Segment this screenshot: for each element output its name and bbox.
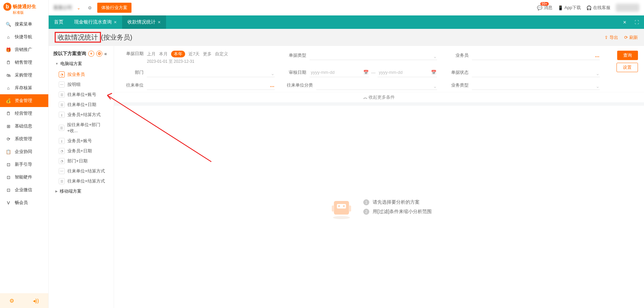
tab-2[interactable]: 收款情况统计✕ [122, 15, 166, 29]
caret-icon: ▼ [55, 62, 58, 65]
quick-date-2[interactable]: 本年 [171, 51, 185, 57]
query-item[interactable]: 〰往来单位+结算方式 [53, 166, 110, 176]
query-item-icon: ☰ [59, 125, 64, 131]
svg-rect-7 [332, 205, 334, 211]
bill-type-label: 单据类型 [283, 52, 306, 58]
nav-item-0[interactable]: 🔍搜索菜单 [0, 18, 48, 31]
query-item-icon: ⫿ [59, 112, 65, 118]
nav-icon: ⊡ [5, 161, 11, 167]
query-item-icon: ⫿ [59, 138, 65, 144]
nav-item-10[interactable]: 📋企业协同 [0, 145, 48, 158]
query-item[interactable]: ☰往来单位+结算方式 [53, 176, 110, 186]
quick-date-5[interactable]: 自定义 [215, 51, 228, 57]
query-item[interactable]: ☰往来单位+账号 [53, 90, 110, 100]
bill-status-select[interactable]: ⌄ [472, 68, 600, 77]
quick-date-1[interactable]: 本月 [159, 51, 168, 57]
nav-item-11[interactable]: ⊡新手引导 [0, 158, 48, 171]
query-item[interactable]: ⫿业务员+账号 [53, 136, 110, 146]
nav-icon: 🎁 [5, 47, 11, 53]
nav-item-4[interactable]: 🛍采购管理 [0, 69, 48, 82]
nav-item-12[interactable]: ⊡智能硬件 [0, 171, 48, 184]
chevron-down-icon: ⌄ [433, 54, 437, 59]
refresh-button[interactable]: ⟳ 刷新 [624, 35, 638, 41]
more-icon: ⋯ [270, 84, 275, 89]
quick-date-3[interactable]: 近7天 [189, 51, 200, 57]
partner-cat-select[interactable]: ⌄ [316, 81, 437, 90]
query-item[interactable]: ☰按往来单位+部门+收... [53, 120, 110, 136]
nav-icon: ⊡ [5, 174, 11, 180]
bill-type-select[interactable]: ⌄ [310, 51, 437, 60]
query-group-0[interactable]: ▼电脑端方案 [55, 61, 110, 67]
nav-item-2[interactable]: 🎁营销推广 [0, 43, 48, 56]
nav-item-9[interactable]: ⟳系统管理 [0, 133, 48, 145]
phone-icon: 📱 [558, 5, 563, 10]
query-scheme-title: 按以下方案查询 [53, 51, 86, 57]
footer-sound-icon[interactable]: ◂)) [33, 298, 39, 304]
partner-label: 往来单位 [120, 82, 144, 88]
user-avatar[interactable] [616, 4, 639, 12]
query-group-1[interactable]: ▶移动端方案 [55, 188, 110, 194]
salesman-select[interactable]: ⋯ [472, 51, 600, 60]
query-item[interactable]: ⫿业务员+结算方式 [53, 110, 110, 120]
query-item[interactable]: 〰按明细 [53, 80, 110, 90]
more-icon: ⋯ [595, 54, 600, 59]
empty-tip-2: 2用[过滤]条件来缩小分析范围 [363, 209, 432, 215]
page-title-suffix: (按业务员) [101, 34, 132, 41]
audit-date-to[interactable]: yyyy-mm-dd 📅 [378, 68, 437, 77]
brand-area: b 畅捷通好生 标准版 [0, 0, 48, 18]
quick-date-4[interactable]: 更多 [203, 51, 212, 57]
partner-select[interactable]: ⋯ [147, 81, 275, 90]
org-dropdown-icon[interactable]: ⌄ [77, 5, 80, 10]
tab-close-icon[interactable]: ✕ [158, 20, 161, 24]
dept-select[interactable]: ⌄ [147, 68, 275, 77]
query-item[interactable]: ◔业务员+日期 [53, 146, 110, 156]
nav-icon: 🗒 [5, 110, 11, 116]
brand-logo-icon: b [3, 3, 11, 11]
footer-gear-icon[interactable]: ⚙ [9, 298, 14, 304]
export-button[interactable]: ⇪ 导出 [604, 35, 618, 41]
nav-item-6[interactable]: 💰资金管理 [0, 94, 48, 107]
messages-link[interactable]: 99+ 💬 消息 [537, 5, 552, 11]
quick-date-0[interactable]: 上月 [147, 51, 156, 57]
nav-list: 🔍搜索菜单⌂快捷导航🎁营销推广🗒销售管理🛍采购管理⌂库存核算💰资金管理🗒经营管理… [0, 18, 48, 293]
query-item[interactable]: ☰往来单位+日期 [53, 100, 110, 110]
svg-point-9 [333, 216, 350, 219]
biz-type-select[interactable]: ⌄ [472, 81, 600, 90]
top-gear-icon[interactable]: ⚙ [85, 3, 95, 12]
nav-item-14[interactable]: V畅会员 [0, 196, 48, 209]
query-item-icon: ◔ [59, 71, 65, 78]
tab-expand-icon[interactable]: ⛶ [632, 17, 641, 27]
org-name[interactable]: 某某公司 [53, 5, 72, 11]
nav-item-1[interactable]: ⌂快捷导航 [0, 31, 48, 43]
tab-close-all-icon[interactable]: ✕ [620, 17, 629, 27]
nav-item-5[interactable]: ⌂库存核算 [0, 82, 48, 94]
tab-1[interactable]: 现金银行流水查询✕ [69, 15, 122, 29]
query-button[interactable]: 查询 [617, 51, 638, 60]
add-scheme-icon[interactable]: + [88, 51, 94, 57]
customer-service-link[interactable]: 🎧 在线客服 [586, 5, 610, 11]
tabbar: 首页现金银行流水查询✕收款情况统计✕ ✕ ⛶ [49, 15, 644, 29]
empty-tip-1: 1请先选择要分析的方案 [363, 199, 432, 205]
audit-date-from[interactable]: yyyy-mm-dd 📅 [310, 68, 369, 77]
settings-button[interactable]: 设置 [616, 63, 638, 72]
query-item[interactable]: ◔按业务员 [53, 69, 110, 80]
app-download-link[interactable]: 📱 App下载 [558, 5, 581, 11]
caret-icon: ▶ [55, 190, 58, 193]
nav-item-13[interactable]: ⊡企业微信 [0, 184, 48, 196]
robot-illustration [326, 192, 357, 222]
collapse-filters-bar[interactable]: ︽ 收起更多条件 [114, 92, 644, 102]
nav-item-3[interactable]: 🗒销售管理 [0, 56, 48, 69]
nav-item-7[interactable]: 🗒经营管理 [0, 107, 48, 120]
tab-0[interactable]: 首页 [49, 15, 69, 29]
nav-item-8[interactable]: ⊞基础信息 [0, 120, 48, 133]
query-item[interactable]: ◔部门+日期 [53, 156, 110, 166]
experience-button[interactable]: 体验行业方案 [97, 3, 131, 13]
panel-collapse-icon[interactable]: « [104, 51, 107, 56]
message-badge: 99+ [540, 2, 549, 6]
query-item-icon: ◔ [59, 158, 65, 164]
main-area: 某某公司 ⌄ ⚙ 体验行业方案 99+ 💬 消息 📱 App下载 🎧 在线客服 [49, 0, 644, 308]
tab-close-icon[interactable]: ✕ [114, 20, 117, 24]
scheme-gear-icon[interactable]: ⚙ [96, 51, 102, 57]
query-item-icon: ☰ [59, 92, 65, 98]
nav-icon: V [5, 200, 11, 206]
